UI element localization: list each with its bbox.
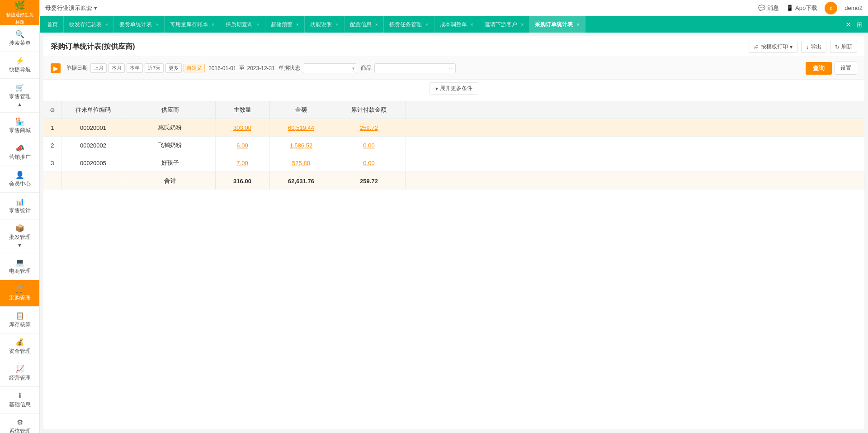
workspace-label: 母婴行业演示账套 [45,4,92,12]
top-bar-left: 母婴行业演示账套 ▾ [45,4,97,12]
sidebar-item-ecommerce[interactable]: 💻 电商管理 [0,253,39,280]
page-title: 采购订单统计表(按供应商) [51,42,135,52]
sidebar-item-member[interactable]: 👤 会员中心 [0,166,39,193]
close-all-tabs-icon[interactable]: ✕ [844,19,853,30]
sidebar-item-inventory[interactable]: 📋 库存核算 [0,307,39,333]
sidebar-item-retail-stat[interactable]: 📊 零售统计 [0,193,39,219]
tab-label: 可用量库存账本 [170,21,208,29]
goods-ellipsis-icon[interactable]: ··· [448,65,454,72]
table-settings-header[interactable]: ⚙ [43,101,61,119]
tab-cost-adjust[interactable]: 成本调整单 × [434,16,479,33]
tab-label: 邀请下游客户 [485,21,517,29]
sidebar-item-finance[interactable]: 💰 资金管理 [0,333,39,360]
search-button[interactable]: 查询 [806,62,832,75]
operation-icon: 📈 [15,365,24,373]
table-row[interactable]: 3 00020005 好孩子 7.00 525.80 0.00 [43,154,864,172]
col-header-supplier: 供应商 [125,101,215,119]
sidebar-item-operation[interactable]: 📈 经营管理 [0,360,39,387]
sidebar-item-wholesale[interactable]: 📦 批发管理 ▼ [0,219,39,253]
close-tab-icon[interactable]: × [375,22,378,27]
filter-row: 单据日期 上月 本月 本年 近7天 更多 自定义 2016-01-01 至 [66,62,857,75]
status-select[interactable]: 草稿 已确认 已关闭 [303,63,357,73]
row-extra [405,119,864,137]
date-shortcut-7-days[interactable]: 近7天 [145,63,164,73]
app-icon: 📱 [786,5,793,11]
row-qty[interactable]: 303.00 [215,119,269,137]
row-amount[interactable]: 1,586.52 [269,137,333,154]
close-tab-icon[interactable]: × [521,22,524,27]
date-shortcut-last-month[interactable]: 上月 [90,63,107,73]
avatar: d [825,2,837,14]
export-icon: ↓ [806,44,809,50]
row-paid[interactable]: 0.00 [333,137,405,154]
app-download-label: App下载 [795,4,817,12]
sidebar-item-marketing[interactable]: 📣 营销推广 [0,139,39,166]
close-tab-icon[interactable]: × [425,22,428,27]
date-shortcuts: 上月 本月 本年 近7天 更多 自定义 [90,63,205,73]
tab-purchase-stat[interactable]: 采购订单统计表 × [529,16,585,33]
row-paid[interactable]: 259.72 [333,119,405,137]
close-tab-icon[interactable]: × [105,22,108,27]
refresh-button[interactable]: ↻ 刷新 [830,41,857,53]
user-name[interactable]: demo2 [844,5,863,11]
date-shortcut-this-year[interactable]: 本年 [127,63,143,73]
close-tab-icon[interactable]: × [576,22,579,27]
sidebar-item-label: 资金管理 [9,347,31,355]
close-tab-icon[interactable]: × [471,22,473,27]
system-icon: ⚙ [17,418,23,427]
row-amount[interactable]: 60,519.44 [269,119,333,137]
tab-available-stock[interactable]: 可用量库存账本 × [165,16,220,33]
date-shortcut-more[interactable]: 更多 [165,63,182,73]
tab-overstock-warning[interactable]: 超储预警 × [265,16,305,33]
row-amount[interactable]: 525.80 [269,154,333,172]
tab-pick-task[interactable]: 拣货任务管理 × [384,16,434,33]
tab-home[interactable]: 首页 [42,16,64,33]
date-from-value: 2016-01-01 [208,65,236,71]
date-to-value: 2023-12-31 [247,65,275,71]
tab-config-info[interactable]: 配置信息 × [344,16,384,33]
export-button[interactable]: ↓ 导出 [801,41,826,53]
sidebar-item-label: 基础信息 [9,401,31,409]
tab-function-desc[interactable]: 功能说明 × [305,16,344,33]
tab-label: 首页 [47,21,58,29]
close-tab-icon[interactable]: × [256,22,259,27]
workspace-selector[interactable]: 母婴行业演示账套 ▾ [45,4,97,12]
close-tab-icon[interactable]: × [212,22,214,27]
tab-expiry-query[interactable]: 保质期查询 × [220,16,265,33]
sidebar-item-label: 采购管理 [9,294,31,302]
row-qty[interactable]: 6.00 [215,137,269,154]
settings-button[interactable]: 设置 [835,62,857,75]
sidebar-item-search[interactable]: 🔍 搜索菜单 [0,25,39,52]
close-tab-icon[interactable]: × [296,22,299,27]
table-row[interactable]: 1 00020001 惠氏奶粉 303.00 60,519.44 259.72 [43,119,864,137]
sidebar-item-label: 营销推广 [9,153,31,161]
goods-filter-label: 商品 [361,64,372,72]
expand-more-button[interactable]: ▾ 展开更多条件 [429,82,478,95]
export-label: 导出 [811,43,821,51]
tab-label: 超储预警 [271,21,292,29]
print-button[interactable]: 🖨 按模板打印 ▾ [749,41,797,53]
close-tab-icon[interactable]: × [156,22,158,27]
summary-label: 合计 [125,172,215,190]
expand-tabs-icon[interactable]: ⊞ [855,19,864,30]
sidebar-item-system[interactable]: ⚙ 系统管理 [0,414,39,433]
goods-input[interactable] [374,63,456,73]
sidebar-item-basic[interactable]: ℹ 基础信息 [0,387,39,414]
message-button[interactable]: 💬 消息 [758,4,779,12]
sidebar-item-label: 会员中心 [9,180,31,188]
tab-receive-send[interactable]: 收发存汇总表 × [64,16,114,33]
sidebar-item-quick-nav[interactable]: ⚡ 快捷导航 [0,52,39,79]
filter-toggle-button[interactable]: ▶ [51,63,61,73]
date-shortcut-this-month[interactable]: 本月 [108,63,125,73]
sidebar-item-retail-mall[interactable]: 🏪 零售商城 [0,113,39,139]
tab-goods-stat[interactable]: 要货单统计表 × [114,16,164,33]
close-tab-icon[interactable]: × [335,22,338,27]
app-download-button[interactable]: 📱 App下载 [786,4,817,12]
sidebar-item-label: 搜索菜单 [9,39,31,47]
row-qty[interactable]: 7.00 [215,154,269,172]
table-row[interactable]: 2 00020002 飞鹤奶粉 6.00 1,586.52 0.00 [43,137,864,154]
tab-invite-downstream[interactable]: 邀请下游客户 × [479,16,529,33]
sidebar-item-retail[interactable]: 🛒 零售管理 ▲ [0,79,39,113]
sidebar-item-purchase[interactable]: 🛒 采购管理 [0,280,39,307]
row-paid[interactable]: 0.00 [333,154,405,172]
